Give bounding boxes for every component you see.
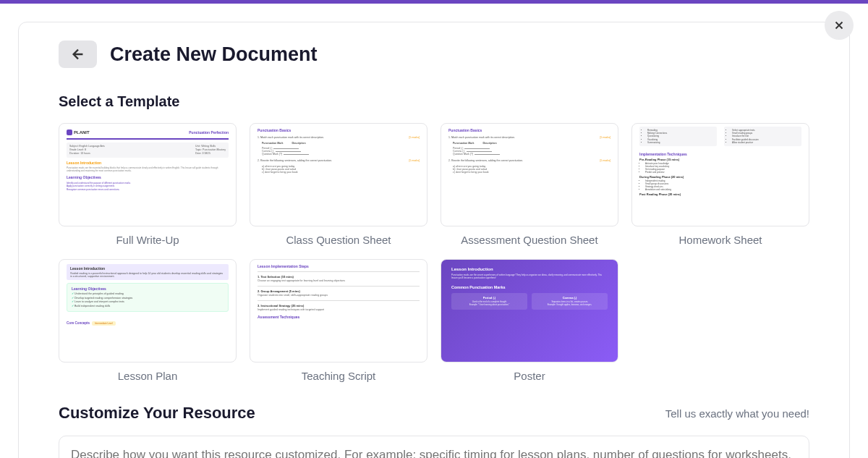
customize-header: Customize Your Resource Tell us exactly … [59, 404, 809, 423]
template-label: Lesson Plan [59, 370, 237, 382]
templates-row-1: PLANIT Punctuation Perfection Subject: E… [59, 123, 809, 246]
template-preview: Lesson Implementation Steps 1. Text Sele… [250, 259, 427, 362]
close-button[interactable] [825, 11, 854, 40]
template-preview: Punctuation Basics 1. Match each punctua… [441, 123, 618, 226]
customize-title: Customize Your Resource [59, 404, 255, 423]
template-homework-sheet[interactable]: RereadingMaking ConnectionsQuestioningVi… [631, 123, 809, 246]
template-full-writeup[interactable]: PLANIT Punctuation Perfection Subject: E… [59, 123, 237, 246]
template-assessment-question-sheet[interactable]: Punctuation Basics 1. Match each punctua… [441, 123, 618, 246]
select-template-title: Select a Template [59, 93, 809, 110]
close-icon [833, 19, 846, 32]
back-button[interactable] [59, 41, 97, 68]
template-teaching-script[interactable]: Lesson Implementation Steps 1. Text Sele… [250, 259, 427, 382]
template-label: Full Write-Up [59, 234, 237, 246]
template-lesson-plan[interactable]: Lesson Introduction Guided reading is a … [59, 259, 237, 382]
main-panel: Create New Document Select a Template PL… [18, 22, 850, 458]
templates-row-2: Lesson Introduction Guided reading is a … [59, 259, 809, 382]
customize-hint: Tell us exactly what you need! [665, 407, 809, 420]
page-title: Create New Document [110, 43, 318, 66]
template-poster[interactable]: Lesson Introduction Punctuation marks ar… [441, 259, 618, 382]
template-label: Teaching Script [250, 370, 427, 382]
template-label: Assessment Question Sheet [441, 234, 618, 246]
template-label: Homework Sheet [631, 234, 809, 246]
template-label: Class Question Sheet [250, 234, 427, 246]
template-class-question-sheet[interactable]: Punctuation Basics 1. Match each punctua… [250, 123, 427, 246]
customize-input[interactable] [59, 436, 809, 458]
template-preview: Lesson Introduction Guided reading is a … [59, 259, 237, 362]
template-preview: PLANIT Punctuation Perfection Subject: E… [59, 123, 237, 226]
template-preview: Punctuation Basics 1. Match each punctua… [250, 123, 427, 226]
template-preview: RereadingMaking ConnectionsQuestioningVi… [631, 123, 809, 226]
template-preview: Lesson Introduction Punctuation marks ar… [441, 259, 618, 362]
back-arrow-icon [70, 46, 86, 62]
template-label: Poster [441, 370, 618, 382]
header: Create New Document [59, 41, 809, 68]
